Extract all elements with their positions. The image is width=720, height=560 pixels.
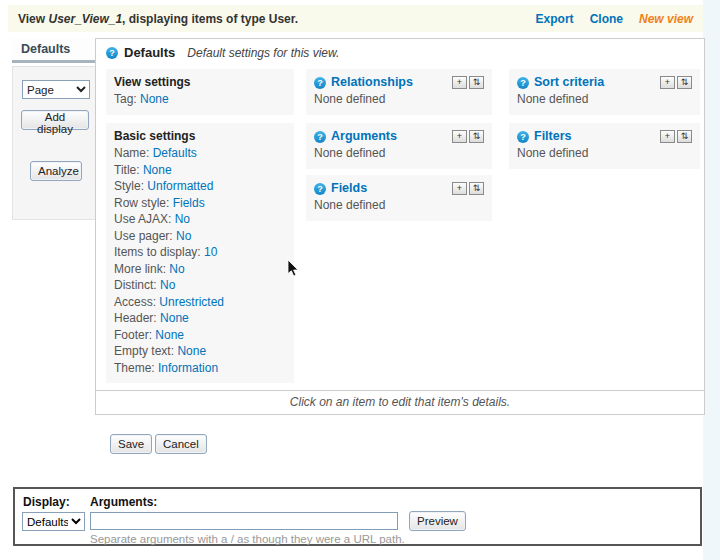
help-icon[interactable]: ?: [314, 131, 326, 143]
fields-empty-text: None defined: [314, 197, 484, 214]
setting-label: Style:: [114, 179, 144, 193]
add-icon[interactable]: +: [660, 76, 675, 89]
help-icon[interactable]: ?: [314, 77, 326, 89]
display-label: Display:: [23, 495, 70, 509]
setting-row-footer[interactable]: Footer: None: [114, 327, 286, 344]
setting-value-link[interactable]: Unformatted: [147, 179, 213, 193]
cancel-button[interactable]: Cancel: [155, 434, 207, 454]
page-background-edge: [703, 0, 720, 560]
setting-value-link[interactable]: Fields: [173, 196, 205, 210]
setting-label: Items to display:: [114, 245, 201, 259]
tab-defaults[interactable]: Defaults: [12, 38, 96, 63]
basic-settings-header: Basic settings: [114, 128, 286, 145]
preview-button[interactable]: Preview: [409, 511, 466, 531]
filters-title-link[interactable]: Filters: [534, 128, 572, 145]
setting-value-link[interactable]: 10: [204, 245, 217, 259]
sort-criteria-box: ? Sort criteria + ⇅ None defined: [509, 69, 700, 115]
view-actions: Export Clone New view: [536, 12, 693, 26]
setting-row-tag[interactable]: Tag: None: [114, 91, 286, 108]
export-link[interactable]: Export: [536, 12, 574, 26]
add-icon[interactable]: +: [452, 76, 467, 89]
setting-value-link[interactable]: None: [160, 311, 189, 325]
new-view-link[interactable]: New view: [639, 12, 693, 26]
setting-row-style[interactable]: Style: Unformatted: [114, 178, 286, 195]
rearrange-icon[interactable]: ⇅: [469, 130, 484, 143]
filters-box: ? Filters + ⇅ None defined: [509, 123, 700, 169]
view-title-prefix: View: [18, 12, 48, 26]
help-icon[interactable]: ?: [314, 183, 326, 195]
help-icon[interactable]: ?: [517, 77, 529, 89]
rearrange-icon[interactable]: ⇅: [469, 76, 484, 89]
setting-row-row-style[interactable]: Row style: Fields: [114, 195, 286, 212]
setting-label: Tag:: [114, 92, 137, 106]
setting-value-link[interactable]: No: [175, 212, 190, 226]
setting-label: Use pager:: [114, 229, 173, 243]
fields-title-link[interactable]: Fields: [331, 180, 367, 197]
setting-value-link[interactable]: None: [143, 163, 172, 177]
setting-label: Access:: [114, 295, 156, 309]
view-name: User_View_1: [48, 12, 122, 26]
add-icon[interactable]: +: [452, 130, 467, 143]
setting-row-title[interactable]: Title: None: [114, 162, 286, 179]
help-icon[interactable]: ?: [517, 131, 529, 143]
arguments-help-text: Separate arguments with a / as though th…: [90, 533, 405, 545]
basic-settings-box: Basic settings Name: Defaults Title: Non…: [106, 123, 294, 383]
rearrange-icon[interactable]: ⇅: [677, 130, 692, 143]
arguments-input[interactable]: [90, 512, 398, 530]
display-heading-title: Defaults: [124, 45, 175, 60]
rearrange-icon[interactable]: ⇅: [677, 76, 692, 89]
setting-value-link[interactable]: No: [176, 229, 191, 243]
setting-label: Empty text:: [114, 344, 174, 358]
setting-value-link[interactable]: Defaults: [153, 146, 197, 160]
filters-buttons: + ⇅: [660, 130, 692, 143]
sort-criteria-title-link[interactable]: Sort criteria: [534, 74, 604, 91]
help-icon[interactable]: ?: [106, 47, 118, 59]
setting-value-link[interactable]: None: [140, 92, 169, 106]
setting-row-name[interactable]: Name: Defaults: [114, 145, 286, 162]
display-sidebar: Page Add display Analyze: [12, 66, 96, 220]
add-icon[interactable]: +: [452, 182, 467, 195]
view-title: View User_View_1, displaying items of ty…: [18, 12, 298, 26]
add-icon[interactable]: +: [660, 130, 675, 143]
setting-value-link[interactable]: None: [177, 344, 206, 358]
analyze-button[interactable]: Analyze: [30, 161, 82, 181]
view-settings-header: View settings: [114, 74, 286, 91]
setting-label: Title:: [114, 163, 140, 177]
setting-label: Theme:: [114, 361, 155, 375]
arguments-box: ? Arguments + ⇅ None defined: [306, 123, 492, 169]
setting-row-use-pager[interactable]: Use pager: No: [114, 228, 286, 245]
save-button[interactable]: Save: [110, 434, 152, 454]
arguments-label: Arguments:: [90, 495, 157, 509]
setting-row-distinct[interactable]: Distinct: No: [114, 277, 286, 294]
preview-panel: Display: Defaults Arguments: Preview Sep…: [13, 487, 702, 546]
clone-link[interactable]: Clone: [590, 12, 623, 26]
setting-value-link[interactable]: No: [169, 262, 184, 276]
setting-value-link[interactable]: None: [155, 328, 184, 342]
setting-value-link[interactable]: Unrestricted: [159, 295, 224, 309]
setting-row-theme[interactable]: Theme: Information: [114, 360, 286, 377]
display-heading-note: Default settings for this view.: [187, 46, 339, 60]
filters-header: ? Filters + ⇅: [517, 128, 692, 145]
view-settings-title: View settings: [114, 74, 190, 91]
setting-value-link[interactable]: Information: [158, 361, 218, 375]
fields-header: ? Fields + ⇅: [314, 180, 484, 197]
preview-display-select[interactable]: Defaults: [22, 512, 85, 531]
setting-row-header[interactable]: Header: None: [114, 310, 286, 327]
arguments-title-link[interactable]: Arguments: [331, 128, 397, 145]
setting-value-link[interactable]: No: [160, 278, 175, 292]
view-settings-box[interactable]: View settings Tag: None: [106, 69, 294, 115]
rearrange-icon[interactable]: ⇅: [469, 182, 484, 195]
sort-criteria-buttons: + ⇅: [660, 76, 692, 89]
setting-row-access[interactable]: Access: Unrestricted: [114, 294, 286, 311]
add-display-button[interactable]: Add display: [21, 110, 89, 130]
setting-row-more-link[interactable]: More link: No: [114, 261, 286, 278]
setting-row-empty-text[interactable]: Empty text: None: [114, 343, 286, 360]
setting-row-items-to-display[interactable]: Items to display: 10: [114, 244, 286, 261]
relationships-title-link[interactable]: Relationships: [331, 74, 413, 91]
relationships-empty-text: None defined: [314, 91, 484, 108]
setting-label: Footer:: [114, 328, 152, 342]
relationships-box: ? Relationships + ⇅ None defined: [306, 69, 492, 115]
setting-label: More link:: [114, 262, 166, 276]
setting-row-use-ajax[interactable]: Use AJAX: No: [114, 211, 286, 228]
display-type-select[interactable]: Page: [22, 80, 90, 99]
